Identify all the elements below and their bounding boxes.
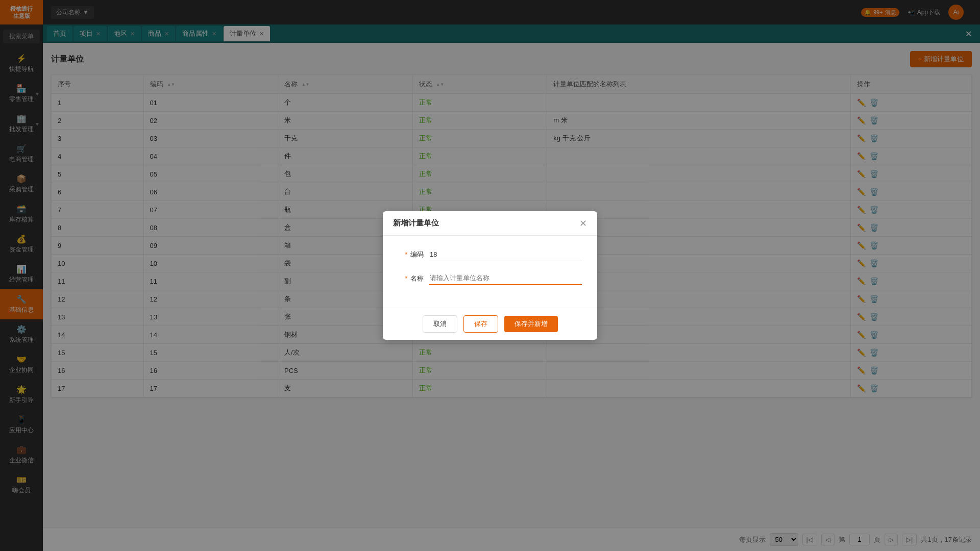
code-required-mark: * <box>405 251 407 258</box>
name-form-row: * 名称 <box>398 271 582 285</box>
code-form-row: * 编码 <box>398 248 582 261</box>
name-required-mark: * <box>405 274 407 282</box>
modal-title: 新增计量单位 <box>393 218 439 228</box>
save-button[interactable]: 保存 <box>463 315 498 333</box>
modal-body: * 编码 * 名称 <box>383 236 597 308</box>
add-unit-modal: 新增计量单位 ✕ * 编码 * 名称 取消 保存 保存并新增 <box>383 211 597 340</box>
modal-overlay: 新增计量单位 ✕ * 编码 * 名称 取消 保存 保存并新增 <box>0 0 980 551</box>
code-label: * 编码 <box>398 250 424 259</box>
name-input[interactable] <box>429 271 582 285</box>
name-label: * 名称 <box>398 274 424 283</box>
modal-footer: 取消 保存 保存并新增 <box>383 308 597 340</box>
modal-close-button[interactable]: ✕ <box>579 219 587 228</box>
cancel-button[interactable]: 取消 <box>423 315 457 333</box>
modal-header: 新增计量单位 ✕ <box>383 211 597 236</box>
save-continue-button[interactable]: 保存并新增 <box>504 316 558 332</box>
code-input[interactable] <box>429 248 582 261</box>
